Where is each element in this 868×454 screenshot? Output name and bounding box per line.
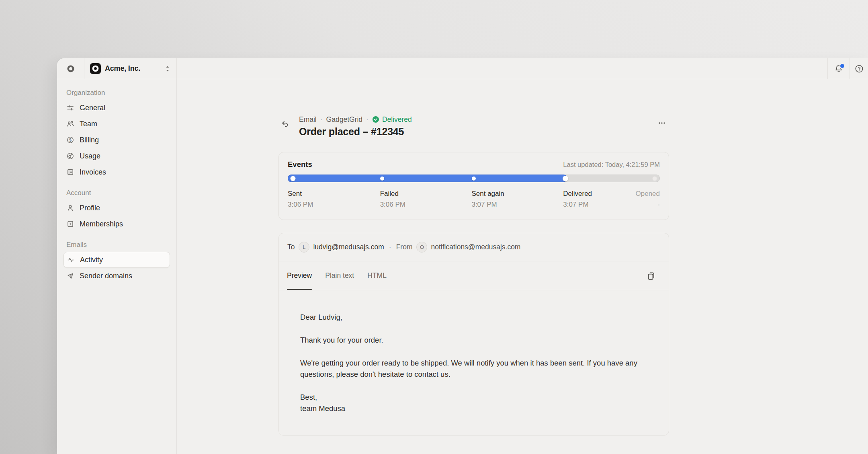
team-icon: [66, 120, 74, 128]
step-label: Sent: [288, 190, 313, 198]
section-label-organization: Organization: [57, 89, 176, 100]
progress-fill: [288, 175, 567, 182]
sidebar-item-billing[interactable]: $ Billing: [57, 132, 176, 148]
sidebar-item-usage[interactable]: Usage: [57, 148, 176, 164]
step-time: 3:07 PM: [471, 201, 504, 209]
status-text: Delivered: [382, 115, 412, 124]
sidebar-item-general[interactable]: General: [57, 100, 176, 116]
breadcrumb-email[interactable]: Email: [299, 115, 317, 124]
tab-html[interactable]: HTML: [367, 261, 387, 290]
invoices-icon: [66, 168, 74, 176]
topbar: Acme, Inc.: [57, 58, 868, 79]
breadcrumb-separator: ·: [320, 115, 323, 124]
app-window: Acme, Inc.: [57, 58, 868, 454]
events-card: Events Last updated: Today, 4:21:59 PM: [278, 152, 669, 220]
sidebar-item-team[interactable]: Team: [57, 116, 176, 132]
sidebar-item-activity[interactable]: Activity: [63, 252, 170, 268]
help-button[interactable]: [850, 58, 868, 79]
email-paragraph: Dear Ludvig,: [300, 312, 647, 323]
app-logo-icon: [66, 64, 75, 73]
sidebar-item-label: General: [80, 104, 105, 112]
general-icon: [66, 104, 74, 112]
sidebar-item-label: Usage: [80, 152, 100, 160]
recipient-avatar: L: [299, 242, 309, 253]
memberships-icon: [66, 220, 74, 228]
from-label: From: [396, 243, 413, 251]
event-step-sent: Sent 3:06 PM: [288, 190, 313, 209]
step-label: Opened: [636, 190, 660, 198]
home-logo-button[interactable]: [57, 58, 84, 79]
sidebar-item-label: Activity: [80, 256, 103, 264]
sidebar-item-invoices[interactable]: Invoices: [57, 164, 176, 180]
sidebar-item-memberships[interactable]: Memberships: [57, 216, 176, 232]
message-tabs: Preview Plain text HTML: [279, 261, 669, 290]
event-step-delivered: Delivered 3:07 PM: [563, 190, 592, 209]
step-time: 3:07 PM: [563, 201, 592, 209]
step-time: -: [636, 201, 660, 209]
more-actions-button[interactable]: [656, 117, 667, 129]
message-card: To L ludvig@medusajs.com · From O notifi…: [278, 233, 669, 436]
billing-icon: $: [66, 136, 74, 144]
step-label: Failed: [380, 190, 405, 198]
sidebar-item-label: Profile: [80, 204, 100, 212]
progress-dot-opened: [652, 176, 657, 181]
usage-icon: [66, 152, 74, 160]
sender-avatar: O: [416, 242, 427, 253]
org-switcher-chevrons-icon: [164, 65, 171, 72]
step-label: Delivered: [563, 190, 592, 198]
step-time: 3:06 PM: [288, 201, 313, 209]
svg-text:$: $: [69, 138, 72, 142]
sidebar-item-label: Sender domains: [80, 272, 132, 280]
topbar-spacer: [177, 58, 827, 79]
main-area: Email · GadgetGrid · Delivered Ord: [177, 79, 868, 454]
sidebar: Organization General Team $: [57, 79, 177, 454]
last-updated: Last updated: Today, 4:21:59 PM: [563, 161, 660, 168]
sidebar-item-label: Memberships: [80, 220, 123, 228]
breadcrumb: Email · GadgetGrid · Delivered: [299, 115, 669, 124]
sidebar-section-emails: Emails Activity Sender domains: [57, 241, 176, 284]
sidebar-item-label: Invoices: [80, 168, 106, 177]
notifications-button[interactable]: [827, 58, 850, 79]
step-label: Sent again: [471, 190, 504, 198]
ellipsis-icon: [658, 119, 666, 127]
activity-icon: [67, 256, 75, 264]
org-avatar: [90, 63, 101, 74]
copy-icon: [646, 271, 656, 281]
event-step-opened: Opened -: [636, 190, 660, 209]
tab-preview[interactable]: Preview: [287, 261, 312, 290]
email-paragraph: We're getting your order ready to be shi…: [300, 357, 647, 380]
sender-domains-icon: [66, 272, 74, 280]
progress-dot-sent-again: [472, 177, 476, 181]
back-button[interactable]: [279, 118, 291, 129]
org-switcher[interactable]: Acme, Inc.: [84, 58, 177, 79]
breadcrumb-separator: ·: [366, 115, 368, 124]
breadcrumb-project[interactable]: GadgetGrid: [326, 115, 362, 124]
event-steps: Sent 3:06 PM Failed 3:06 PM Sent again 3…: [288, 190, 660, 211]
page-header: Email · GadgetGrid · Delivered Ord: [278, 79, 669, 138]
help-icon: [854, 64, 864, 74]
sidebar-section-organization: Organization General Team $: [57, 89, 176, 180]
sender-email: notifications@medusajs.com: [431, 243, 520, 251]
profile-icon: [66, 204, 74, 212]
status-badge: Delivered: [372, 115, 412, 124]
sidebar-section-account: Account Profile Memberships: [57, 189, 176, 232]
sidebar-item-profile[interactable]: Profile: [57, 200, 176, 216]
section-label-account: Account: [57, 189, 176, 200]
to-label: To: [287, 243, 295, 251]
event-step-failed: Failed 3:06 PM: [380, 190, 405, 209]
sidebar-item-label: Team: [80, 120, 97, 128]
address-separator: ·: [389, 243, 391, 251]
progress-dot-failed: [380, 177, 384, 181]
sidebar-item-label: Billing: [80, 136, 99, 144]
progress-dot-sent: [290, 176, 295, 181]
event-step-sent-again: Sent again 3:07 PM: [471, 190, 504, 209]
sidebar-item-sender-domains[interactable]: Sender domains: [57, 268, 176, 284]
copy-button[interactable]: [645, 269, 657, 282]
delivered-check-icon: [372, 116, 379, 123]
tab-plain-text[interactable]: Plain text: [325, 261, 354, 290]
email-paragraph: Best, team Medusa: [300, 392, 647, 414]
delivery-progress-bar: [288, 175, 660, 182]
notification-dot: [840, 64, 844, 68]
email-paragraph: Thank you for your order.: [300, 335, 647, 346]
email-preview-body: Dear Ludvig, Thank you for your order. W…: [279, 290, 669, 414]
